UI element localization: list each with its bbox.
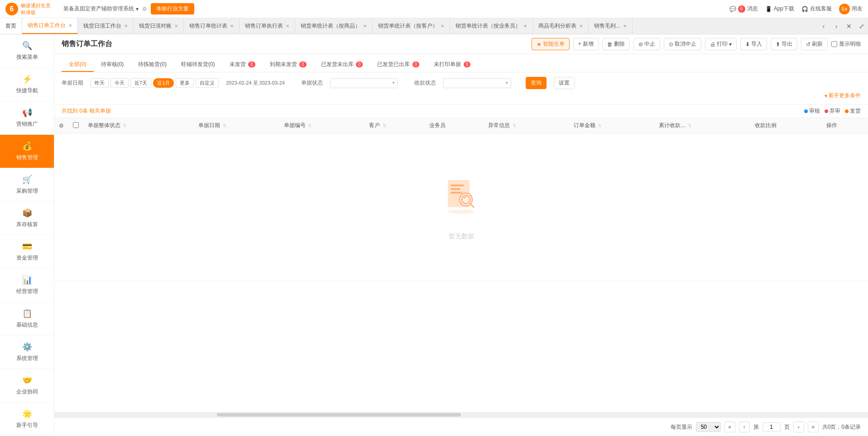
close-icon[interactable]: ✕ xyxy=(124,24,128,28)
close-icon[interactable]: ✕ xyxy=(523,24,527,28)
sidebar-item-sales[interactable]: 💰 销售管理 xyxy=(0,135,54,168)
query-btn[interactable]: 查询 xyxy=(526,77,547,89)
sub-tab-pending-review[interactable]: 待审核(0) xyxy=(94,58,131,72)
stop-btn[interactable]: ⊘ 中止 xyxy=(633,38,660,50)
date-btn-more[interactable]: 更多 xyxy=(176,78,194,88)
print-btn[interactable]: 🖨 打印 ▾ xyxy=(705,38,737,50)
sort-icon[interactable]: ⇅ xyxy=(598,123,601,128)
close-icon[interactable]: ✕ xyxy=(579,24,583,28)
tab-sales-stat-customer[interactable]: 销货单统计表（按客户） ✕ xyxy=(373,18,450,34)
tab-sales-more[interactable]: 销售毛利... ✕ xyxy=(589,18,633,34)
tab-maximize[interactable]: ⤢ xyxy=(855,20,868,33)
sidebar-item-marketing[interactable]: 📢 营销推广 xyxy=(0,101,54,135)
per-page-select[interactable]: 10 20 50 100 xyxy=(696,422,721,432)
delete-btn[interactable]: 🗑 删除 xyxy=(602,38,630,50)
tab-home[interactable]: 首页 xyxy=(0,18,22,34)
export-btn[interactable]: ⬆ 导出 xyxy=(771,38,797,50)
smart-create-btn[interactable]: ★ 智能生单 xyxy=(532,38,570,50)
sub-tab-not-shipped[interactable]: 未发货 0 xyxy=(222,58,263,72)
sort-icon[interactable]: ⇅ xyxy=(513,123,516,128)
sub-tab-pending-inspect[interactable]: 待拣验货(0) xyxy=(131,58,174,72)
tab-sales-stat-product[interactable]: 销货单统计表（按商品） ✕ xyxy=(295,18,373,34)
tab-sales-order[interactable]: 销售订单工作台 ✕ xyxy=(22,18,78,34)
sort-icon[interactable]: ⇅ xyxy=(123,123,126,128)
tab-close-current[interactable]: ✕ xyxy=(843,20,855,33)
sidebar-item-basic-info[interactable]: 📋 基础信息 xyxy=(0,302,54,336)
sidebar-item-search-label: 搜索菜单 xyxy=(16,53,38,61)
show-detail-toggle[interactable]: 显示明细 xyxy=(831,40,861,48)
gear-icon[interactable]: ⚙ xyxy=(59,123,64,129)
settings-icon[interactable]: ⚙ xyxy=(142,6,147,12)
sidebar-item-system[interactable]: ⚙️ 系统管理 xyxy=(0,336,54,369)
sidebar-item-collab[interactable]: 🤝 企业协同 xyxy=(0,369,54,403)
date-btn-custom[interactable]: 自定义 xyxy=(196,78,219,88)
collection-select[interactable] xyxy=(443,78,511,88)
sort-icon[interactable]: ⇅ xyxy=(308,123,312,128)
first-page-btn[interactable]: « xyxy=(724,422,735,432)
unreviewed-action-btn[interactable]: 弃审 xyxy=(825,107,840,115)
date-btn-today[interactable]: 今天 xyxy=(110,78,129,88)
show-detail-checkbox[interactable] xyxy=(831,41,837,47)
close-icon[interactable]: ✕ xyxy=(230,24,234,28)
close-icon[interactable]: ✕ xyxy=(286,24,289,28)
sidebar-item-finance[interactable]: 💳 资金管理 xyxy=(0,235,54,269)
sidebar-item-purchase[interactable]: 🛒 采购管理 xyxy=(0,168,54,202)
sub-tab-not-printed[interactable]: 未打印单据 0 xyxy=(427,58,478,72)
sidebar-item-search[interactable]: 🔍 搜索菜单 xyxy=(0,34,54,68)
sub-tab-shipped-not-out[interactable]: 已发货未出库 0 xyxy=(314,58,370,72)
scroll-thumb[interactable] xyxy=(217,413,461,417)
horizontal-scrollbar[interactable] xyxy=(54,412,868,417)
review-action-btn[interactable]: 审核 xyxy=(804,107,820,115)
sort-icon[interactable]: ⇅ xyxy=(688,123,691,128)
tab-cash-daily[interactable]: 钱货日清工作台 ✕ xyxy=(78,18,134,34)
status-select[interactable] xyxy=(330,78,398,88)
tab-cash-reconcile[interactable]: 钱货日清对账 ✕ xyxy=(134,18,184,34)
date-btn-yesterday[interactable]: 昨天 xyxy=(91,78,109,88)
page-header: 销售订单工作台 ★ 智能生单 + 新增 🗑 删除 ⊘ 中止 ⊙ 取消中止 xyxy=(54,34,868,54)
sub-tab-shipped-out[interactable]: 已发货已出库 0 xyxy=(370,58,427,72)
close-icon[interactable]: ✕ xyxy=(623,24,627,28)
system-title-dropdown[interactable]: 装备及固定资产辅助管理系统 ▾ xyxy=(63,5,139,13)
logo-icon: 6 xyxy=(5,3,18,15)
ship-action-btn[interactable]: 发货 xyxy=(845,107,861,115)
expand-more-btn[interactable]: ▾ 展开更多条件 xyxy=(825,92,861,100)
date-btn-1month[interactable]: 近1月 xyxy=(153,78,174,88)
message-btn[interactable]: 💬 6 消息 xyxy=(729,5,758,13)
import-btn[interactable]: ⬇ 导入 xyxy=(740,38,767,50)
sort-icon[interactable]: ⇅ xyxy=(383,123,386,128)
sidebar-item-operations[interactable]: 📊 经营管理 xyxy=(0,269,54,302)
date-btn-7days[interactable]: 近7天 xyxy=(130,78,151,88)
next-page-btn[interactable]: › xyxy=(793,422,804,432)
svg-line-7 xyxy=(470,204,474,207)
add-btn[interactable]: + 新增 xyxy=(573,38,599,50)
sub-tab-all[interactable]: 全部(0) xyxy=(62,58,94,72)
col-settings[interactable]: ⚙ xyxy=(54,118,68,133)
close-icon[interactable]: ✕ xyxy=(363,24,367,28)
tab-sales-stats[interactable]: 销售订单统计表 ✕ xyxy=(184,18,240,34)
select-all-checkbox[interactable] xyxy=(73,122,79,128)
page-number-input[interactable] xyxy=(762,422,781,431)
sub-tab-wangpu[interactable]: 旺铺待发货(0) xyxy=(174,58,222,72)
tab-sales-stat-staff[interactable]: 销货单统计表（按业务员） ✕ xyxy=(450,18,533,34)
prev-page-btn[interactable]: ‹ xyxy=(739,422,750,432)
online-support-btn[interactable]: 🎧 在线客服 xyxy=(801,5,832,13)
tab-product-margin[interactable]: 商品毛利分析表 ✕ xyxy=(533,18,589,34)
sidebar-item-inventory[interactable]: 📦 库存核算 xyxy=(0,202,54,235)
sort-icon[interactable]: ⇅ xyxy=(223,123,226,128)
setting-btn[interactable]: 设置 xyxy=(554,77,575,89)
close-icon[interactable]: ✕ xyxy=(68,23,72,28)
close-icon[interactable]: ✕ xyxy=(441,24,444,28)
sidebar-item-guide[interactable]: 🌟 新手引导 xyxy=(0,403,54,436)
last-page-btn[interactable]: » xyxy=(808,422,819,432)
experience-btn[interactable]: 体验行业方案 xyxy=(151,3,194,14)
app-download-btn[interactable]: 📱 App下载 xyxy=(765,5,794,13)
tab-sales-exec[interactable]: 销售订单执行表 ✕ xyxy=(240,18,295,34)
close-icon[interactable]: ✕ xyxy=(174,24,178,28)
tab-nav-next[interactable]: › xyxy=(830,20,843,33)
cancel-stop-btn[interactable]: ⊙ 取消中止 xyxy=(664,38,701,50)
sub-tab-expired-not-shipped[interactable]: 到期未发货 0 xyxy=(263,58,314,72)
user-btn[interactable]: Ea 用友 xyxy=(839,4,863,14)
refresh-btn[interactable]: ↺ 刷新 xyxy=(801,38,828,50)
tab-nav-prev[interactable]: ‹ xyxy=(817,20,830,33)
sidebar-item-quick-nav[interactable]: ⚡ 快捷导航 xyxy=(0,68,54,101)
